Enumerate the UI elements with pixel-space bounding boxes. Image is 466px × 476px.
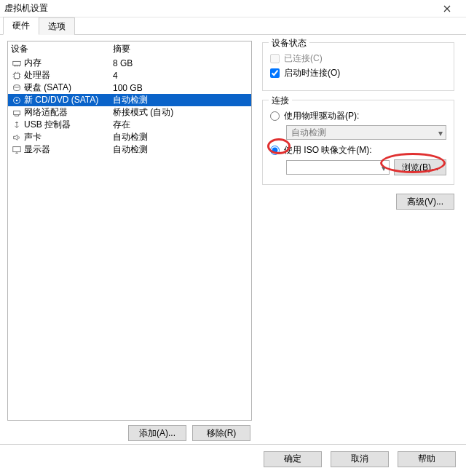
device-row-usb[interactable]: USB 控制器 存在 [8, 119, 251, 131]
device-row-network[interactable]: 网络适配器 桥接模式 (自动) [8, 106, 251, 119]
usb-icon [11, 119, 23, 131]
right-actions: 高级(V)... [262, 194, 454, 210]
main-area: 设备 摘要 内存 8 GB 处理器 4 硬盘 [0, 35, 466, 444]
right-column: 设备状态 已连接(C) 启动时连接(O) 连接 使用物理驱动器(P): 自动检测… [259, 41, 459, 441]
tab-hardware-label: 硬件 [12, 20, 30, 31]
browse-button[interactable]: 浏览(B)... [394, 159, 446, 175]
use-physical-radio[interactable] [270, 111, 280, 121]
device-row-cpu[interactable]: 处理器 4 [8, 69, 251, 82]
close-icon [443, 5, 451, 12]
tab-hardware[interactable]: 硬件 [3, 17, 39, 35]
svg-rect-0 [13, 61, 21, 65]
use-iso-row[interactable]: 使用 ISO 映像文件(M): [270, 144, 446, 156]
ok-button[interactable]: 确定 [264, 451, 322, 467]
ok-label: 确定 [284, 453, 301, 465]
device-summary: 桥接模式 (自动) [113, 106, 248, 119]
tab-strip: 硬件 选项 [0, 17, 466, 35]
close-button[interactable] [433, 1, 462, 17]
device-summary: 自动检测 [113, 143, 248, 156]
device-row-sound[interactable]: 声卡 自动检测 [8, 131, 251, 143]
device-summary: 存在 [113, 119, 248, 131]
device-name: 声卡 [24, 131, 42, 143]
device-list-spacer [8, 156, 251, 420]
device-row-display[interactable]: 显示器 自动检测 [8, 143, 251, 156]
add-device-button[interactable]: 添加(A)... [128, 425, 186, 441]
physical-drive-combo: 自动检测 ▾ [286, 125, 446, 140]
speaker-icon [11, 132, 23, 143]
header-device: 设备 [11, 43, 113, 55]
device-row-cddvd[interactable]: 新 CD/DVD (SATA) 自动检测 [8, 94, 251, 106]
connected-row[interactable]: 已连接(C) [270, 52, 446, 65]
use-physical-row[interactable]: 使用物理驱动器(P): [270, 110, 446, 122]
device-row-memory[interactable]: 内存 8 GB [8, 57, 251, 69]
connect-poweron-row[interactable]: 启动时连接(O) [270, 67, 446, 79]
device-row-hdd[interactable]: 硬盘 (SATA) 100 GB [8, 82, 251, 94]
device-summary: 100 GB [113, 83, 248, 93]
device-buttons: 添加(A)... 移除(R) [7, 421, 252, 441]
device-status-group: 设备状态 已连接(C) 启动时连接(O) [262, 42, 454, 91]
iso-path-combo[interactable]: ▾ [286, 160, 390, 175]
monitor-icon [11, 144, 23, 156]
header-summary: 摘要 [113, 43, 248, 55]
device-name: 硬盘 (SATA) [24, 82, 71, 94]
cancel-button[interactable]: 取消 [331, 451, 389, 467]
device-status-legend: 设备状态 [269, 37, 309, 49]
chevron-down-icon[interactable]: ▾ [382, 163, 386, 173]
connection-legend: 连接 [269, 95, 292, 107]
memory-icon [11, 57, 23, 69]
remove-device-button[interactable]: 移除(R) [192, 425, 250, 441]
device-name: 处理器 [24, 69, 50, 82]
tab-options[interactable]: 选项 [39, 17, 75, 35]
connect-poweron-label: 启动时连接(O) [284, 67, 340, 79]
help-button[interactable]: 帮助 [398, 451, 456, 467]
use-physical-label: 使用物理驱动器(P): [284, 110, 359, 122]
advanced-label: 高级(V)... [407, 196, 443, 208]
left-column: 设备 摘要 内存 8 GB 处理器 4 硬盘 [7, 41, 252, 441]
use-iso-radio[interactable] [270, 146, 280, 155]
device-summary: 4 [113, 71, 248, 81]
iso-row: ▾ 浏览(B)... [286, 159, 446, 175]
device-name: 内存 [24, 57, 42, 69]
advanced-button[interactable]: 高级(V)... [396, 194, 454, 210]
titlebar: 虚拟机设置 [0, 0, 466, 17]
window-title: 虚拟机设置 [4, 2, 433, 15]
device-summary: 自动检测 [113, 94, 248, 106]
help-label: 帮助 [418, 453, 435, 465]
cpu-icon [11, 70, 23, 82]
connection-group: 连接 使用物理驱动器(P): 自动检测 ▾ 使用 ISO 映像文件(M): ▾ … [262, 100, 454, 185]
device-name: 显示器 [24, 143, 50, 156]
tab-options-label: 选项 [48, 21, 66, 31]
chevron-down-icon: ▾ [438, 128, 443, 138]
device-list-header: 设备 摘要 [8, 41, 251, 57]
svg-rect-5 [14, 111, 20, 114]
device-name: 新 CD/DVD (SATA) [24, 94, 98, 106]
cd-icon [11, 95, 23, 106]
connected-label: 已连接(C) [284, 52, 323, 65]
cancel-label: 取消 [351, 453, 368, 465]
svg-rect-1 [15, 73, 20, 78]
network-icon [11, 107, 23, 119]
browse-label: 浏览(B)... [402, 162, 438, 174]
add-device-label: 添加(A)... [139, 427, 175, 440]
device-list: 设备 摘要 内存 8 GB 处理器 4 硬盘 [7, 41, 252, 421]
svg-rect-6 [13, 146, 21, 151]
svg-point-4 [16, 99, 18, 101]
remove-device-label: 移除(R) [207, 427, 237, 440]
dialog-buttons: 确定 取消 帮助 [0, 444, 466, 473]
physical-drive-value: 自动检测 [291, 127, 326, 139]
use-iso-label: 使用 ISO 映像文件(M): [284, 144, 372, 156]
device-name: USB 控制器 [24, 119, 71, 131]
connect-poweron-checkbox[interactable] [270, 68, 280, 78]
device-summary: 8 GB [113, 58, 248, 68]
device-summary: 自动检测 [113, 131, 248, 143]
svg-point-2 [14, 84, 20, 87]
connected-checkbox [270, 54, 280, 63]
device-name: 网络适配器 [24, 106, 68, 119]
disk-icon [11, 82, 23, 94]
